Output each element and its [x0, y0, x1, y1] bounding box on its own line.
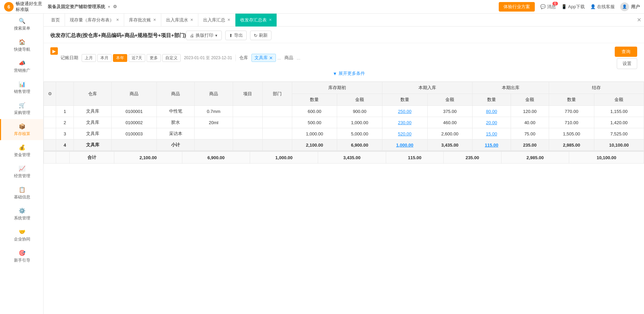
online-service-btn[interactable]: 👤 在线客服 [590, 4, 615, 10]
goods-label: 商品 [284, 55, 293, 61]
td-out-amt-4: 235.00 [511, 139, 549, 151]
td-in-qty-2[interactable]: 230.00 [382, 117, 427, 128]
date-btn-more[interactable]: 更多 [147, 54, 161, 62]
td-in-qty-3[interactable]: 520.00 [382, 128, 427, 139]
filter-collapse-btn[interactable]: ▶ [50, 47, 58, 55]
table-row: 3 文具库 0100003 采访本 1,000.00 5,000.00 520.… [44, 128, 644, 139]
date-btn-this-month[interactable]: 本月 [97, 54, 112, 62]
date-btn-this-year[interactable]: 本年 [113, 54, 127, 62]
tab-inout-flow[interactable]: 出入库流水 ✕ [161, 14, 198, 27]
td-out-qty-4[interactable]: 115.00 [473, 139, 511, 151]
brand-text: 畅捷通好生意 标准版 [16, 1, 42, 13]
gear-icon[interactable]: ⚙ [113, 4, 117, 9]
total-label: 合计 [70, 152, 114, 164]
td-out-qty-3[interactable]: 15.00 [473, 128, 511, 139]
td-open-qty-2: 500.00 [292, 117, 337, 128]
main-layout: 🔍 搜索菜单 🏠 快捷导航 📣 营销推广 📊 销售管理 🛒 采购管理 📦 库存核… [0, 14, 644, 314]
td-code-1: 0100001 [112, 106, 157, 117]
sidebar-item-search[interactable]: 🔍 搜索菜单 [0, 14, 43, 35]
td-bal-amt-2: 1,420.00 [594, 117, 644, 128]
td-out-qty-2[interactable]: 20.00 [473, 117, 511, 128]
td-dept-2 [262, 117, 292, 128]
total-in-amt: 3,435.00 [318, 152, 386, 164]
sidebar-item-sales[interactable]: 📊 销售管理 [0, 77, 43, 98]
total-out-qty: 115.00 [386, 152, 443, 164]
message-btn[interactable]: 💬 消息 6 [540, 4, 556, 10]
tab-inout-summary[interactable]: 出入库汇总 ✕ [198, 14, 235, 27]
sidebar-item-cooperation[interactable]: 🤝 企业协同 [0, 225, 43, 246]
sidebar-item-purchase[interactable]: 🛒 采购管理 [0, 98, 43, 119]
experience-btn[interactable]: 体验行业方案 [499, 2, 535, 12]
td-bal-amt-3: 7,525.00 [594, 128, 644, 139]
sidebar-item-quick-nav[interactable]: 🏠 快捷导航 [0, 35, 43, 56]
tab-batch-account[interactable]: 库存批次账 ✕ [124, 14, 161, 27]
print-btn[interactable]: 🖨 换版打印 ▼ [186, 31, 222, 40]
page-header: 收发存汇总表(按仓库+商品编码+商品+规格型号+项目+部门) 🖨 换版打印 ▼ … [44, 27, 644, 43]
warehouse-tag[interactable]: 文具库 ✕ [251, 54, 276, 62]
td-in-qty-4[interactable]: 1,000.00 [382, 139, 427, 151]
total-out-amt: 235.00 [444, 152, 501, 164]
sidebar-item-basic-info[interactable]: 📋 基础信息 [0, 182, 43, 203]
td-project-2 [233, 117, 262, 128]
total-bal-amt: 10,100.00 [569, 152, 644, 164]
close-all-tabs-btn[interactable]: ✕ [637, 17, 641, 23]
td-spec-2: 20ml [195, 117, 233, 128]
td-out-qty-1[interactable]: 80.00 [473, 106, 511, 117]
tab-home[interactable]: 首页 [46, 14, 65, 27]
filter-divider [235, 54, 236, 61]
set-btn[interactable]: 设置 [617, 58, 637, 69]
tab-close-inout-flow[interactable]: ✕ [190, 18, 193, 22]
table-header: ⚙ 仓库 商品 商品 商品 项目 部门 库存期初 本期入库 [44, 82, 644, 106]
tab-close-collect-summary[interactable]: ✕ [269, 18, 272, 22]
td-gear-1 [44, 106, 56, 117]
message-icon: 💬 [540, 4, 546, 9]
sidebar-item-inventory[interactable]: 📦 库存核算 [0, 119, 43, 140]
content-area: 首页 现存量（库存分布表） ✕ 库存批次账 ✕ 出入库流水 ✕ 出入库汇总 ✕ [44, 14, 644, 314]
td-in-qty-1[interactable]: 250.00 [382, 106, 427, 117]
tab-close-inout-summary[interactable]: ✕ [227, 18, 230, 22]
sidebar-item-finance[interactable]: 💰 资金管理 [0, 140, 43, 161]
td-name-3: 采访本 [157, 128, 195, 139]
date-btn-7days[interactable]: 近7天 [129, 54, 145, 62]
td-num-2: 2 [56, 117, 74, 128]
td-bal-qty-4: 2,985.00 [549, 139, 594, 151]
refresh-btn[interactable]: ↻ 刷新 [250, 31, 271, 40]
marketing-icon: 📣 [19, 60, 26, 66]
sidebar-item-guide[interactable]: 🎯 新手引导 [0, 246, 43, 267]
date-label: 记账日期 [61, 55, 78, 61]
warehouse-filter-ellipsis[interactable]: ... [277, 55, 281, 61]
sidebar-item-operation[interactable]: 📈 经营管理 [0, 161, 43, 182]
td-gear-3 [44, 128, 56, 139]
export-btn[interactable]: ⬆ 导出 [225, 31, 247, 40]
date-range-text: 2023-01-01 至 2023-12-31 [184, 55, 232, 61]
tab-bar-inner: 首页 现存量（库存分布表） ✕ 库存批次账 ✕ 出入库流水 ✕ 出入库汇总 ✕ [46, 14, 637, 27]
tab-close-batch-account[interactable]: ✕ [153, 18, 156, 22]
tab-close-inventory-dist[interactable]: ✕ [116, 18, 119, 22]
warehouse-tag-close[interactable]: ✕ [269, 55, 273, 61]
goods-filter-ellipsis[interactable]: ... [297, 55, 300, 61]
user-area[interactable]: 👤 用户 [620, 2, 640, 11]
td-open-qty-3: 1,000.00 [292, 128, 337, 139]
settings-icon[interactable]: ⚙ [48, 91, 52, 96]
th-opening: 库存期初 [292, 82, 382, 94]
tab-collect-summary[interactable]: 收发存汇总表 ✕ [235, 14, 277, 27]
th-name: 商品 [157, 82, 195, 106]
th-gear[interactable]: ⚙ [44, 82, 56, 106]
date-btn-custom[interactable]: 自定义 [162, 54, 181, 62]
app-download-btn[interactable]: 📱 App下载 [561, 4, 585, 10]
td-open-qty-1: 600.00 [292, 106, 337, 117]
th-open-amt: 金额 [337, 94, 382, 106]
date-btn-last-month[interactable]: 上月 [82, 54, 96, 62]
table-row: 1 文具库 0100001 中性笔 0.7mm 600.00 900.00 25… [44, 106, 644, 117]
td-bal-amt-1: 1,155.00 [594, 106, 644, 117]
sidebar-item-marketing[interactable]: 📣 营销推广 [0, 56, 43, 77]
print-icon: 🖨 [190, 33, 194, 38]
sidebar-item-system[interactable]: ⚙️ 系统管理 [0, 203, 43, 225]
td-code-4 [112, 139, 157, 151]
tab-inventory-dist[interactable]: 现存量（库存分布表） ✕ [65, 14, 124, 27]
th-code: 商品 [112, 82, 157, 106]
table-body: 1 文具库 0100001 中性笔 0.7mm 600.00 900.00 25… [44, 106, 644, 151]
expand-more-btn[interactable]: ▼ 展开更多条件 [333, 70, 365, 77]
query-btn[interactable]: 查询 [615, 47, 637, 57]
purchase-icon: 🛒 [19, 102, 26, 109]
